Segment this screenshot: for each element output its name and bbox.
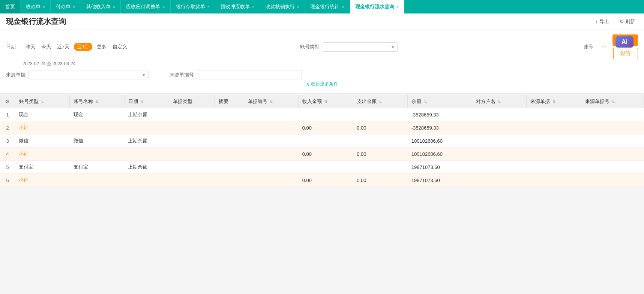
cell-7: 0.00 — [299, 174, 353, 187]
export-button[interactable]: ↑ 导出 — [593, 17, 612, 27]
source-doc-select[interactable]: ▾ — [29, 70, 149, 79]
col-source-doc-no[interactable]: 来源单据号 ⇅ — [581, 95, 644, 108]
col-doc-no[interactable]: 单据编号 ⇅ — [244, 95, 299, 108]
close-icon[interactable]: × — [342, 4, 344, 9]
col-summary: 摘要 — [215, 95, 244, 108]
table-body: 1现金现金上期余额-3528659.332小计0.000.00-3528659.… — [0, 108, 644, 187]
nav-label: 现金银行统计 — [310, 3, 339, 10]
table-row: 6小计0.000.0019871073.60 — [0, 174, 644, 187]
cell-9: 100102606.60 — [408, 134, 472, 148]
cell-8 — [353, 161, 408, 174]
settings-button[interactable]: 设置 — [613, 48, 638, 59]
date-opt-1month[interactable]: 近1月 — [74, 43, 92, 51]
refresh-button[interactable]: ↻ 刷新 — [617, 17, 638, 27]
col-account-name[interactable]: 账号名称 ⇅ — [70, 95, 125, 108]
cell-7: 0.00 — [299, 121, 353, 134]
data-table: ⚙ 账号类型 ⇅ 账号名称 ⇅ 日期 ⇅ 单据类型 摘要 单据编号 ⇅ 收入金额… — [0, 95, 644, 187]
close-icon[interactable]: × — [162, 4, 165, 9]
cell-2 — [70, 148, 125, 161]
date-opt-custom[interactable]: 自定义 — [111, 43, 129, 51]
cell-8 — [353, 134, 408, 148]
collapse-icon: ∧ — [306, 82, 309, 87]
nav-item-prepay-offset[interactable]: 预收冲应收单 × — [215, 0, 260, 13]
collapse-bar[interactable]: ∧ 收起更多条件 — [6, 79, 638, 89]
source-doc-filter: 来源单据 ▾ — [6, 70, 149, 79]
account-dots-btn[interactable]: ··· — [602, 43, 606, 50]
col-doc-type: 单据类型 — [169, 95, 215, 108]
ai-badge[interactable]: Ai — [615, 36, 633, 48]
account-label: 账号 — [584, 43, 599, 50]
cell-4 — [169, 134, 215, 148]
nav-label: 其他收入单 — [86, 3, 111, 10]
col-source-doc[interactable]: 来源单据 ⇅ — [527, 95, 581, 108]
cell-7 — [299, 161, 353, 174]
close-icon[interactable]: × — [113, 4, 115, 9]
cell-11 — [527, 134, 581, 148]
subtotal-label: 小计 — [15, 174, 70, 187]
cell-12 — [581, 174, 644, 187]
date-options: 昨天 今天 近7天 近1月 更多 自定义 — [24, 43, 129, 51]
cell-11 — [527, 108, 581, 121]
page-header: 现金银行流水查询 ↑ 导出 ↻ 刷新 — [0, 13, 644, 30]
close-icon[interactable]: × — [207, 4, 210, 9]
nav-item-bank-deposit[interactable]: 银行存取款单 × — [171, 0, 215, 13]
account-type-select[interactable]: ▾ — [323, 42, 398, 52]
cell-10 — [472, 121, 527, 134]
cell-9: -3528659.33 — [408, 121, 472, 134]
cell-5 — [215, 161, 244, 174]
row-number: 1 — [0, 108, 15, 121]
cell-5 — [215, 148, 244, 161]
source-doc-num-input[interactable] — [197, 70, 302, 79]
date-opt-more[interactable]: 更多 — [95, 43, 108, 51]
nav-label: 收款单 — [26, 3, 41, 10]
nav-item-cash-bank-stat[interactable]: 现金银行统计 × — [305, 0, 350, 13]
close-icon[interactable]: × — [73, 4, 75, 9]
cell-8 — [353, 108, 408, 121]
cell-1: 现金 — [15, 108, 70, 121]
date-opt-today[interactable]: 今天 — [40, 43, 53, 51]
close-icon[interactable]: × — [252, 4, 254, 9]
col-account-type[interactable]: 账号类型 ⇅ — [15, 95, 70, 108]
row-number: 2 — [0, 121, 15, 134]
nav-item-receipt-verify[interactable]: 收款核销执行 × — [260, 0, 305, 13]
cell-12 — [581, 108, 644, 121]
cell-6 — [244, 121, 299, 134]
subtotal-label: 小计 — [15, 148, 70, 161]
cell-5 — [215, 108, 244, 121]
col-balance[interactable]: 余额 ⇅ — [408, 95, 472, 108]
col-income[interactable]: 收入金额 ⇅ — [299, 95, 353, 108]
nav-item-cash-bank-flow[interactable]: 现金银行流水查询 × — [350, 0, 404, 13]
close-icon[interactable]: × — [396, 4, 399, 9]
date-opt-yesterday[interactable]: 昨天 — [24, 43, 37, 51]
col-setting[interactable]: ⚙ — [0, 95, 15, 108]
nav-item-payment[interactable]: 付款单 × — [51, 0, 81, 13]
col-expense[interactable]: 支出金额 ⇅ — [353, 95, 408, 108]
cell-5 — [215, 134, 244, 148]
export-icon: ↑ — [596, 19, 598, 24]
cell-10 — [472, 108, 527, 121]
table-row: 4小计0.000.00100102606.60 — [0, 148, 644, 161]
col-date[interactable]: 日期 ⇅ — [124, 95, 169, 108]
dropdown-icon: ▾ — [143, 72, 145, 78]
page-title: 现金银行流水查询 — [6, 16, 66, 27]
source-doc-num-label: 来源单据号 — [170, 72, 194, 78]
nav-item-other-income[interactable]: 其他收入单 × — [81, 0, 121, 13]
header-actions: ↑ 导出 ↻ 刷新 — [593, 17, 638, 27]
cell-11 — [527, 148, 581, 161]
cell-11 — [527, 174, 581, 187]
cell-6 — [244, 174, 299, 187]
nav-item-receipt[interactable]: 收款单 × — [21, 0, 51, 13]
nav-home[interactable]: 首页 — [0, 0, 21, 13]
subtotal-label: 小计 — [15, 121, 70, 134]
cell-4 — [169, 121, 215, 134]
close-icon[interactable]: × — [297, 4, 299, 9]
close-icon[interactable]: × — [43, 4, 45, 9]
nav-label: 现金银行流水查询 — [355, 3, 394, 10]
top-navigation: 首页 收款单 × 付款单 × 其他收入单 × 应收应付调整单 × 银行存取款单 … — [0, 0, 644, 13]
nav-item-ar-adjust[interactable]: 应收应付调整单 × — [121, 0, 170, 13]
date-opt-7days[interactable]: 近7天 — [56, 43, 71, 51]
row-number: 4 — [0, 148, 15, 161]
col-counterparty[interactable]: 对方户名 ⇅ — [472, 95, 527, 108]
cell-6 — [244, 108, 299, 121]
cell-2: 支付宝 — [70, 161, 125, 174]
